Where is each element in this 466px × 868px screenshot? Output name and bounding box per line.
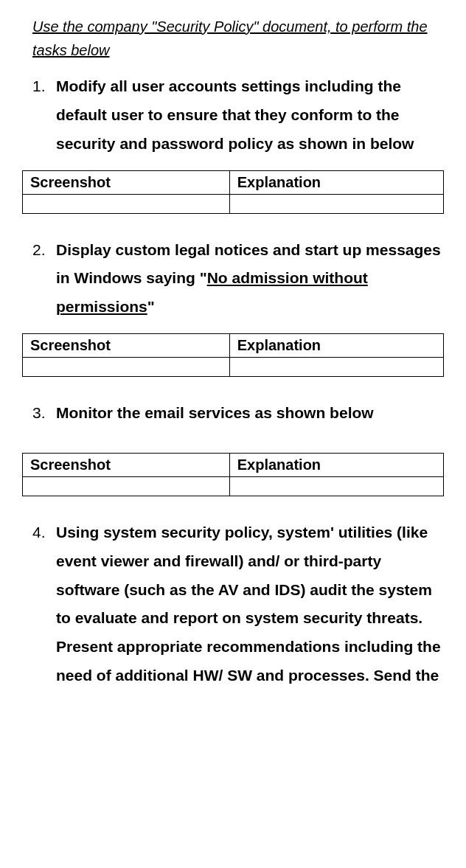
col-explanation: Explanation — [229, 453, 443, 476]
table-row — [23, 358, 444, 377]
cell-empty — [229, 358, 443, 377]
task-3-table: Screenshot Explanation — [22, 453, 444, 496]
task-2-table: Screenshot Explanation — [22, 333, 444, 377]
cell-empty — [23, 476, 230, 496]
col-explanation: Explanation — [229, 170, 443, 194]
table-row — [23, 194, 444, 213]
task-list: Modify all user accounts settings includ… — [22, 72, 444, 690]
table-row: Screenshot Explanation — [23, 453, 444, 476]
cell-empty — [229, 194, 443, 213]
task-2-text: Display custom legal notices and start u… — [22, 236, 444, 322]
intro-content: Use the company "Security Policy" docume… — [32, 18, 428, 58]
task-2-quote-open: " — [200, 269, 207, 286]
table-row: Screenshot Explanation — [23, 334, 444, 358]
table-row: Screenshot Explanation — [23, 170, 444, 194]
task-item-1: Modify all user accounts settings includ… — [22, 72, 444, 214]
task-2-quote-close: " — [147, 298, 155, 315]
table-row — [23, 476, 444, 496]
task-1-text: Modify all user accounts settings includ… — [22, 72, 444, 159]
cell-empty — [229, 476, 443, 496]
task-1-content: Modify all user accounts settings includ… — [56, 77, 414, 152]
task-4-content: Using system security policy, system' ut… — [56, 524, 441, 684]
task-3-text: Monitor the email services as shown belo… — [22, 399, 444, 428]
cell-empty — [23, 358, 230, 377]
task-item-2: Display custom legal notices and start u… — [22, 236, 444, 378]
col-screenshot: Screenshot — [23, 334, 230, 358]
task-4-text: Using system security policy, system' ut… — [22, 518, 444, 690]
intro-text: Use the company "Security Policy" docume… — [22, 15, 444, 62]
task-item-3: Monitor the email services as shown belo… — [22, 399, 444, 496]
col-screenshot: Screenshot — [23, 170, 230, 194]
task-3-content: Monitor the email services as shown belo… — [56, 404, 374, 421]
col-screenshot: Screenshot — [23, 453, 230, 476]
task-1-table: Screenshot Explanation — [22, 170, 444, 214]
cell-empty — [23, 194, 230, 213]
task-item-4: Using system security policy, system' ut… — [22, 518, 444, 690]
col-explanation: Explanation — [229, 334, 443, 358]
